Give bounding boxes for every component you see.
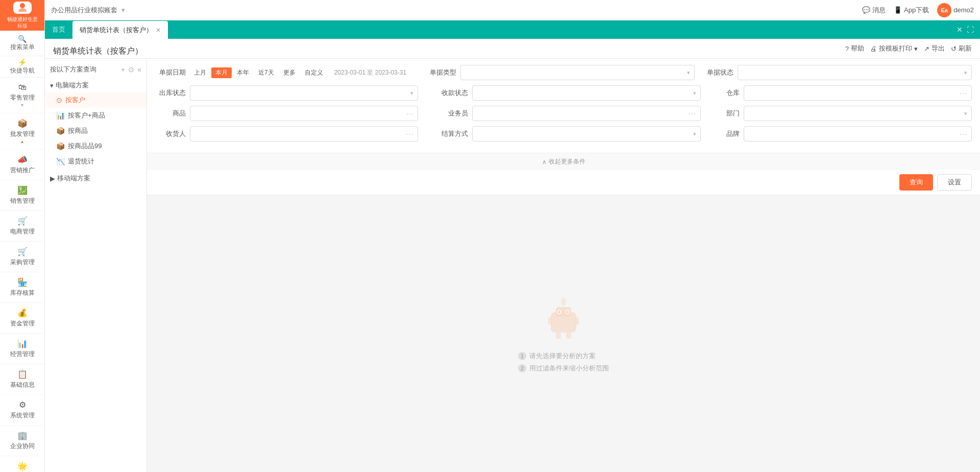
basic-label: 基础信息 [10, 381, 35, 389]
plan-item-by-customer-product[interactable]: 📊 按客户+商品 [45, 108, 146, 123]
tab-close-icon[interactable]: ✕ [156, 27, 161, 34]
operation-label: 经营管理 [10, 350, 35, 359]
salesperson-label: 业务员 [437, 109, 468, 118]
brand-dots-icon: ··· [960, 130, 967, 138]
help-btn[interactable]: ? 帮助 [845, 44, 864, 58]
left-panel-header: 按以下方案查询 + ⊙ « [45, 63, 146, 78]
sidebar-item-system[interactable]: ⚙ 系统管理 [0, 395, 44, 426]
left-panel-icons: + ⊙ « [121, 65, 141, 74]
type-chevron-icon: ▾ [687, 69, 690, 76]
product-field[interactable]: ··· [190, 106, 418, 121]
sidebar-item-purchase[interactable]: 🛒 采购管理 [0, 242, 44, 272]
sidebar-item-newbie[interactable]: 🌟 新手引导 [0, 456, 44, 472]
payment-field[interactable]: ▾ [472, 126, 700, 141]
date-tab-7days[interactable]: 近7天 [254, 67, 278, 78]
date-tab-last-month[interactable]: 上月 [190, 67, 210, 78]
settings-button[interactable]: 设置 [937, 174, 972, 191]
date-tabs: 上月 本月 本年 近7天 更多 自定义 [190, 67, 327, 78]
status-filter-label: 单据状态 [703, 68, 733, 77]
expand-arrow-icon: ▶ [50, 175, 55, 182]
brand-sub: 标版 [17, 22, 28, 30]
export-btn[interactable]: ↗ 导出 [924, 44, 945, 58]
plan-group-mobile: ▶ 移动端方案 [45, 171, 146, 185]
sidebar-item-enterprise[interactable]: 🏢 企业协同 [0, 426, 44, 456]
customer-icon: ⊙ [56, 96, 62, 104]
user-profile-btn[interactable]: Ea demo2 [937, 3, 974, 17]
sidebar-item-operation[interactable]: 📊 经营管理 [0, 334, 44, 364]
filter-row-1: 单据日期 上月 本月 本年 近7天 更多 自定义 2023-03-01 至 20… [155, 65, 972, 80]
salesperson-field[interactable]: ··· [472, 106, 700, 121]
query-button[interactable]: 查询 [899, 174, 933, 191]
tab-home[interactable]: 首页 [45, 20, 72, 39]
refresh-btn[interactable]: ↺ 刷新 [951, 44, 972, 58]
industry-dropdown-icon[interactable]: ▾ [121, 6, 125, 14]
status-field[interactable]: ▾ [738, 65, 972, 80]
date-tab-more[interactable]: 更多 [279, 67, 300, 78]
marketing-icon: 📣 [17, 155, 28, 164]
dept-field[interactable]: ▾ [744, 106, 972, 121]
retail-label: 零售管理 [10, 93, 35, 102]
out-status-field[interactable]: ▾ [190, 85, 418, 101]
system-icon: ⚙ [19, 400, 26, 410]
date-tab-this-month[interactable]: 本月 [211, 67, 232, 78]
plan-item-by-customer[interactable]: ⊙ 按客户 [45, 92, 146, 108]
type-field[interactable]: ▾ [460, 65, 695, 80]
sidebar-item-marketing[interactable]: 📣 营销推广 [0, 150, 44, 180]
finance-icon: 💰 [17, 308, 28, 318]
date-filter-label: 单据日期 [155, 68, 186, 77]
page-header: 销货单统计表（按客户） ? 帮助 🖨 按模板打印 ▾ ↗ 导出 ↺ 刷新 [45, 39, 980, 59]
svg-rect-10 [566, 333, 571, 339]
warehouse-dots-icon: ··· [960, 89, 967, 97]
out-status-chevron-icon: ▾ [410, 90, 413, 97]
message-label: 消息 [872, 6, 886, 15]
recipient-field[interactable]: ··· [190, 126, 418, 141]
filter-row-4: 收货人 ··· 结算方式 ▾ 品牌 ··· [155, 126, 972, 141]
collapse-bar[interactable]: ∧ 收起更多条件 [147, 153, 980, 170]
retail-icon: 🛍 [18, 83, 27, 92]
plan-group-mobile-title[interactable]: ▶ 移动端方案 [45, 171, 146, 185]
plan-item-by-product[interactable]: 📦 按商品 [45, 123, 146, 138]
maximize-icon[interactable]: ⛶ [967, 26, 974, 34]
receive-status-field[interactable]: ▾ [472, 85, 700, 101]
svg-rect-8 [575, 317, 579, 325]
add-plan-icon[interactable]: + [121, 65, 125, 74]
plan-item-return-stats[interactable]: 📉 退货统计 [45, 154, 146, 169]
date-tab-this-year[interactable]: 本年 [233, 67, 253, 78]
system-label: 系统管理 [10, 411, 35, 420]
tab-report[interactable]: 销货单统计表（按客户） ✕ [72, 21, 168, 39]
warehouse-field[interactable]: ··· [744, 85, 972, 101]
refresh-label: 刷新 [959, 44, 972, 53]
empty-tip-2: 2 用过滤条件来缩小分析范围 [518, 364, 609, 373]
collapse-label: 收起更多条件 [549, 157, 585, 166]
user-avatar-text: Ea [941, 7, 948, 13]
settings-plan-icon[interactable]: ⊙ [128, 65, 134, 74]
inventory-icon: 🏪 [17, 277, 28, 287]
main-area: 办公用品行业模拟账套 ▾ 💬 消息 📱 App下载 Ea demo2 首页 [45, 0, 980, 472]
sidebar-item-basic[interactable]: 📋 基础信息 [0, 364, 44, 395]
plan-item-by-product-99[interactable]: 📦 按商品品99 [45, 138, 146, 154]
close-window-icon[interactable]: ✕ [957, 26, 963, 34]
template-print-btn[interactable]: 🖨 按模板打印 ▾ [870, 44, 918, 58]
collapse-panel-icon[interactable]: « [137, 65, 141, 74]
app-download-btn[interactable]: 📱 App下载 [894, 6, 929, 15]
tip-1-text: 请先选择要分析的方案 [529, 351, 596, 361]
brand-field[interactable]: ··· [744, 126, 972, 141]
dept-label: 部门 [709, 109, 740, 118]
collapse-arrow-icon: ▾ [50, 82, 54, 89]
sidebar-logo: 畅捷通好生意 标版 [0, 0, 44, 31]
export-label: 导出 [932, 44, 945, 53]
sidebar-item-retail[interactable]: 🛍 零售管理 ▾ [0, 78, 44, 113]
sidebar-item-ecommerce[interactable]: 🛒 电商管理 [0, 211, 44, 242]
sidebar-item-finance[interactable]: 💰 资金管理 [0, 303, 44, 334]
plan-group-desktop-title[interactable]: ▾ 电脑端方案 [45, 78, 146, 92]
sidebar-item-sales[interactable]: 💹 销售管理 [0, 180, 44, 211]
sidebar-item-inventory[interactable]: 🏪 库存核算 [0, 272, 44, 303]
date-tab-custom[interactable]: 自定义 [301, 67, 327, 78]
product-icon: 📦 [56, 127, 65, 135]
sidebar-search[interactable]: 🔍 搜索菜单 [0, 31, 44, 56]
purchase-label: 采购管理 [10, 258, 35, 267]
sidebar-item-wholesale[interactable]: 📦 批发管理 ▴ [0, 113, 44, 150]
sidebar-nav[interactable]: ⚡ 快捷导航 [0, 56, 44, 78]
sidebar: 畅捷通好生意 标版 🔍 搜索菜单 ⚡ 快捷导航 🛍 零售管理 ▾ 📦 批发管理 … [0, 0, 45, 472]
message-btn[interactable]: 💬 消息 [862, 6, 886, 15]
